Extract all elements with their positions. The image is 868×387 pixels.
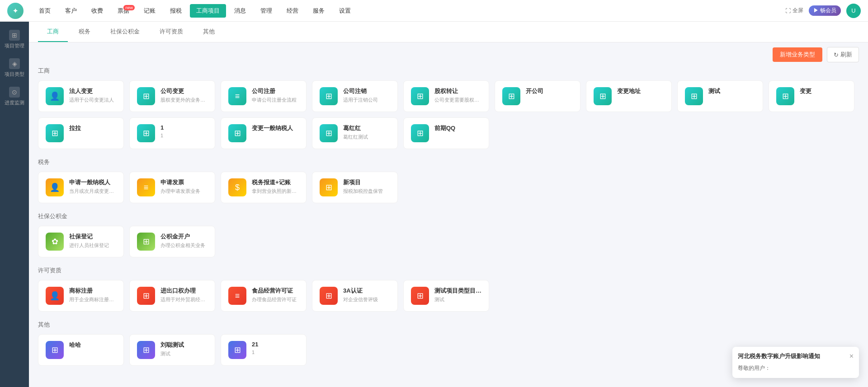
card-icon: ⊞	[411, 87, 429, 105]
card-lala[interactable]: ⊞ 拉拉	[38, 117, 124, 149]
card-kai-gongsi[interactable]: ⊞ 开公司	[495, 80, 580, 112]
section-shebao: 社保公积金 ✿ 社保登记 进行人员社保登记 ⊞ 公积金开户 办理公积金相关业务	[38, 212, 859, 257]
card-qianqi-qq[interactable]: ⊞ 前期QQ	[403, 117, 489, 149]
tab-gongshang[interactable]: 工商	[38, 22, 68, 42]
card-shenqing-shuiren[interactable]: 👤 申请一般纳税人 当月或次月成变更完成	[38, 172, 124, 203]
tab-shuiwu[interactable]: 税务	[70, 22, 99, 42]
nav-home[interactable]: 首页	[33, 4, 57, 18]
card-ceshi-leixing[interactable]: ⊞ 测试项目类型目定义 测试	[403, 280, 489, 312]
avatar[interactable]: U	[846, 4, 861, 18]
card-icon: ⊞	[411, 287, 429, 305]
nav-message[interactable]: 消息	[228, 4, 252, 18]
card-info: 股权转让 公司变更需要股权转让	[434, 87, 481, 103]
card-1[interactable]: ⊞ 1 1	[129, 117, 215, 149]
card-gongsi-zhuce[interactable]: ≡ 公司注册 申请公司注册全流程	[221, 80, 307, 112]
xuke-card-grid: 👤 商标注册 用于企业商标注册服务 ⊞ 进出口权办理 适用于对外贸易经营者 ≡	[38, 280, 859, 312]
card-icon: ≡	[137, 178, 155, 196]
card-info: 3A认证 对企业信誉评级	[343, 287, 390, 303]
card-shipin-xuke[interactable]: ≡ 食品经营许可证 办理食品经营许可证	[221, 280, 307, 312]
card-21[interactable]: ⊞ 21 1	[221, 334, 307, 366]
notification-close-button[interactable]: ×	[849, 352, 854, 360]
card-gongjijin-kaihu[interactable]: ⊞ 公积金开户 办理公积金相关业务	[129, 226, 215, 257]
card-icon: $	[228, 178, 246, 196]
nav-service[interactable]: 服务	[307, 4, 331, 18]
section-title-xuke: 许可资质	[38, 266, 859, 275]
card-info: 21 1	[252, 341, 299, 356]
card-info: 开公司	[526, 87, 573, 97]
card-info: 拉拉	[69, 124, 116, 134]
notification-content: 尊敬的用户：	[738, 364, 854, 373]
project-manage-icon: ⊞	[9, 30, 20, 41]
nav-operation[interactable]: 经营	[280, 4, 305, 18]
sidebar-item-project-type[interactable]: ◈ 项目类型	[2, 55, 27, 81]
nav-fee[interactable]: 收费	[85, 4, 109, 18]
card-info: 申请发票 办理申请发票业务	[160, 178, 208, 195]
shuiwu-card-grid: 👤 申请一般纳税人 当月或次月成变更完成 ≡ 申请发票 办理申请发票业务 $	[38, 172, 859, 203]
fullscreen-icon: ⛶	[785, 8, 791, 14]
card-info: 葛红红 葛红红测试	[343, 124, 390, 140]
card-shuiwu-baodao[interactable]: $ 税务报道+记账 拿到营业执照的新公司	[221, 172, 307, 203]
nav-bookkeep[interactable]: 记账	[137, 4, 162, 18]
card-icon: ⊞	[228, 341, 246, 359]
card-icon: 👤	[46, 87, 64, 105]
card-biangeng-dizhi[interactable]: ⊞ 变更地址	[586, 80, 672, 112]
card-info: 法人变更 适用于公司变更法人	[69, 87, 116, 103]
card-shenqing-fapiao[interactable]: ≡ 申请发票 办理申请发票业务	[129, 172, 215, 203]
nav-business[interactable]: 工商项目	[190, 4, 226, 18]
card-biangeng-shuiren[interactable]: ⊞ 变更一般纳税人	[221, 117, 307, 149]
nav-tax[interactable]: 报税	[164, 4, 188, 18]
nav-manage[interactable]: 管理	[254, 4, 278, 18]
card-icon: 👤	[46, 178, 64, 196]
gongshang-card-grid: 👤 法人变更 适用于公司变更法人 ⊞ 公司变更 股权变更外的业务变更 ≡	[38, 80, 859, 149]
fullscreen-btn[interactable]: ⛶ 全屏	[785, 7, 803, 14]
card-info: 刘聪测试 测试	[160, 341, 208, 357]
card-info: 1 1	[160, 124, 208, 139]
card-haha[interactable]: ⊞ 哈哈	[38, 334, 124, 366]
card-guquan-zhuanrang[interactable]: ⊞ 股权转让 公司变更需要股权转让	[403, 80, 489, 112]
section-title-shuiwu: 税务	[38, 158, 859, 166]
card-icon: ⊞	[594, 87, 612, 105]
card-icon: ⊞	[502, 87, 520, 105]
nav-customer[interactable]: 客户	[59, 4, 83, 18]
card-info: 测试	[708, 87, 755, 97]
card-icon: ≡	[228, 287, 246, 305]
card-icon: ⊞	[46, 341, 64, 359]
card-info: 测试项目类型目定义 测试	[434, 287, 481, 303]
sidebar-item-progress[interactable]: ⊙ 进度监测	[2, 83, 27, 110]
card-info: 进出口权办理 适用于对外贸易经营者	[160, 287, 208, 303]
card-info: 公司注销 适用于注销公司	[343, 87, 390, 103]
notification-title: 河北税务数字账户升级影响通知	[738, 352, 820, 360]
logo[interactable]: ✦	[7, 3, 24, 19]
card-gongsi-zhuxiao[interactable]: ⊞ 公司注销 适用于注销公司	[312, 80, 398, 112]
vip-btn[interactable]: ▶ 畅会员	[809, 5, 841, 16]
card-icon: ⊞	[46, 124, 64, 142]
card-3a-renzheng[interactable]: ⊞ 3A认证 对企业信誉评级	[312, 280, 398, 312]
card-gongsi-biangeng[interactable]: ⊞ 公司变更 股权变更外的业务变更	[129, 80, 215, 112]
card-shangbiao[interactable]: 👤 商标注册 用于企业商标注册服务	[38, 280, 124, 312]
nav-ticket[interactable]: 票据 new	[111, 4, 136, 18]
card-shebao-dengji[interactable]: ✿ 社保登记 进行人员社保登记	[38, 226, 124, 257]
card-fazren-biangeng[interactable]: 👤 法人变更 适用于公司变更法人	[38, 80, 124, 112]
card-xin-xiangmu[interactable]: ⊞ 新项目 报税加税控盘保管	[312, 172, 398, 203]
card-gehonghong[interactable]: ⊞ 葛红红 葛红红测试	[312, 117, 398, 149]
nav-settings[interactable]: 设置	[333, 4, 357, 18]
tab-qita[interactable]: 其他	[194, 22, 224, 42]
new-type-button[interactable]: 新增业务类型	[773, 47, 822, 62]
refresh-button[interactable]: ↻ 刷新	[827, 47, 859, 62]
section-xuke: 许可资质 👤 商标注册 用于企业商标注册服务 ⊞ 进出口权办理 适用于对外贸易经…	[38, 266, 859, 312]
new-badge: new	[123, 5, 135, 10]
card-liucong-ceshi[interactable]: ⊞ 刘聪测试 测试	[129, 334, 215, 366]
card-info: 公司注册 申请公司注册全流程	[252, 87, 299, 103]
card-info: 变更一般纳税人	[252, 124, 299, 134]
card-ceshi[interactable]: ⊞ 测试	[677, 80, 763, 112]
card-icon: ⊞	[137, 287, 155, 305]
card-info: 变更地址	[617, 87, 664, 97]
card-jinchukou[interactable]: ⊞ 进出口权办理 适用于对外贸易经营者	[129, 280, 215, 312]
tab-shebao[interactable]: 社保公积金	[101, 22, 149, 42]
play-icon: ▶	[813, 7, 819, 14]
card-biangeng2[interactable]: ⊞ 变更	[769, 80, 854, 112]
project-type-icon: ◈	[9, 58, 20, 69]
tab-xuke[interactable]: 许可资质	[151, 22, 192, 42]
sidebar-item-project-manage[interactable]: ⊞ 项目管理	[2, 26, 27, 53]
card-info: 社保登记 进行人员社保登记	[69, 233, 116, 249]
